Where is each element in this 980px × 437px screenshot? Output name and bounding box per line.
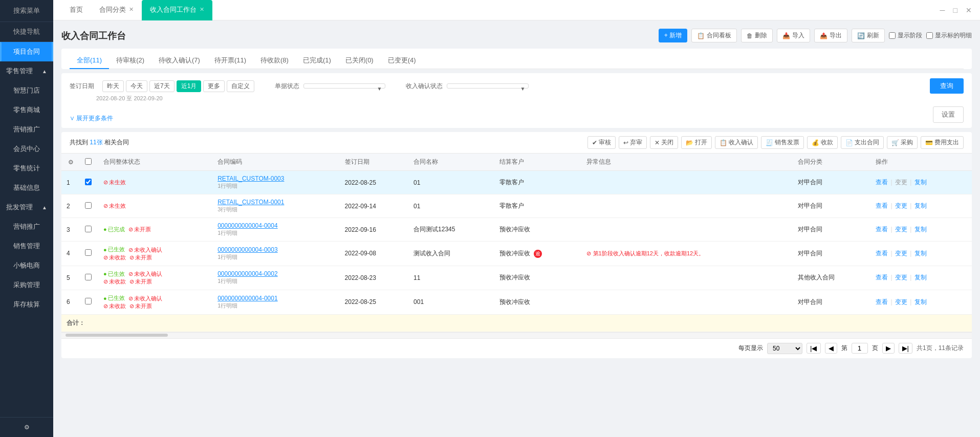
copy-btn[interactable]: 复制 xyxy=(914,202,927,209)
select-all-checkbox[interactable] xyxy=(85,158,92,165)
contract-code-link[interactable]: 0000000000004-0002 xyxy=(217,270,277,277)
show-marks-checkbox[interactable]: 显示标的明细 xyxy=(926,31,972,40)
horizontal-scrollbar[interactable] xyxy=(61,332,972,338)
tab-close-active-icon[interactable]: ✕ xyxy=(200,6,204,13)
contract-code-link[interactable]: 0000000000004-0003 xyxy=(217,246,277,253)
contract-code-link[interactable]: RETAIL_CUSTOM-0003 xyxy=(217,175,284,182)
page-number-input[interactable] xyxy=(852,343,868,354)
view-btn[interactable]: 查看 xyxy=(876,250,888,257)
receipt-btn[interactable]: 💰 收款 xyxy=(807,136,838,149)
sidebar-item-marketing[interactable]: 营销推广 xyxy=(0,120,53,139)
sidebar-item-retail-mgmt[interactable]: 零售管理 ▲ xyxy=(0,61,53,81)
sidebar-item-wholesale-mgmt[interactable]: 批发管理 ▲ xyxy=(0,198,53,217)
doc-status-select[interactable]: ▼ xyxy=(303,83,385,89)
filter-tab-closed[interactable]: 已关闭(0) xyxy=(338,53,381,69)
kanban-button[interactable]: 📋 合同看板 xyxy=(691,29,737,42)
sidebar-item-inventory[interactable]: 库存核算 xyxy=(0,295,53,314)
row-checkbox[interactable] xyxy=(80,266,98,290)
expand-conditions-btn[interactable]: ∨ 展开更多条件 xyxy=(70,114,113,123)
sidebar-item-retail-mall[interactable]: 零售商城 xyxy=(0,100,53,120)
sidebar-search[interactable]: 搜索菜单 xyxy=(0,0,53,22)
income-confirm-btn[interactable]: 📋 收入确认 xyxy=(715,136,758,149)
row-checkbox[interactable] xyxy=(80,171,98,194)
copy-btn[interactable]: 复制 xyxy=(914,274,927,281)
new-button[interactable]: + 新增 xyxy=(659,29,687,42)
sidebar-nav[interactable]: 快捷导航 xyxy=(0,22,53,42)
minimize-btn[interactable]: ─ xyxy=(940,6,945,14)
view-btn[interactable]: 查看 xyxy=(876,274,888,281)
filter-tab-pending-income[interactable]: 待收入确认(7) xyxy=(151,53,207,69)
contract-code-link[interactable]: 0000000000004-0001 xyxy=(217,295,277,302)
change-btn[interactable]: 变更 xyxy=(895,298,907,305)
row-checkbox[interactable] xyxy=(80,194,98,218)
filter-tab-pending-review[interactable]: 待审核(2) xyxy=(109,53,151,69)
import-button[interactable]: 📥 导入 xyxy=(777,29,810,42)
change-btn[interactable]: 变更 xyxy=(895,250,907,257)
contract-code-link[interactable]: RETAIL_CUSTOM-0001 xyxy=(217,199,284,206)
row-checkbox[interactable] xyxy=(80,218,98,242)
date-week7[interactable]: 近7天 xyxy=(149,80,175,92)
change-btn[interactable]: 变更 xyxy=(895,202,907,209)
close-action-btn[interactable]: ✕ 关闭 xyxy=(650,136,678,149)
sidebar-item-smart-store[interactable]: 智慧门店 xyxy=(0,81,53,100)
prev-page-btn[interactable]: ◀ xyxy=(825,343,837,354)
open-action-btn[interactable]: 📂 打开 xyxy=(681,136,712,149)
filter-tab-all[interactable]: 全部(11) xyxy=(70,53,109,69)
tab-close-icon[interactable]: ✕ xyxy=(129,6,134,13)
sidebar-item-purchase[interactable]: 采购管理 xyxy=(0,275,53,295)
next-page-btn[interactable]: ▶ xyxy=(882,343,895,354)
filter-tab-changed[interactable]: 已变更(4) xyxy=(381,53,423,69)
setting-button[interactable]: 设置 xyxy=(933,106,964,123)
sidebar-item-xiaochang[interactable]: 小畅电商 xyxy=(0,256,53,275)
sidebar-item-member[interactable]: 会员中心 xyxy=(0,139,53,159)
sidebar-settings[interactable]: ⚙ xyxy=(0,417,53,437)
change-btn[interactable]: 变更 xyxy=(895,274,907,281)
filter-tab-completed[interactable]: 已完成(1) xyxy=(296,53,338,69)
per-page-select[interactable]: 50 100 200 xyxy=(767,343,802,354)
export-button[interactable]: 📤 导出 xyxy=(814,29,847,42)
tab-contract-category[interactable]: 合同分类 ✕ xyxy=(91,0,142,20)
scrollbar-thumb[interactable] xyxy=(66,334,168,337)
row-checkbox[interactable] xyxy=(80,290,98,315)
show-fields-checkbox[interactable]: 显示阶段 xyxy=(889,31,922,40)
date-custom[interactable]: 自定义 xyxy=(227,80,254,92)
output-contract-btn[interactable]: 📄 支出合同 xyxy=(841,136,884,149)
date-month1[interactable]: 近1月 xyxy=(177,80,202,92)
last-page-btn[interactable]: ▶| xyxy=(899,343,912,354)
view-btn[interactable]: 查看 xyxy=(876,179,888,186)
view-btn[interactable]: 查看 xyxy=(876,202,888,209)
close-btn[interactable]: ✕ xyxy=(966,6,972,14)
tab-income-workbench[interactable]: 收入合同工作台 ✕ xyxy=(142,0,212,20)
abandon-action-btn[interactable]: ↩ 弃审 xyxy=(619,136,647,149)
date-more[interactable]: 更多 xyxy=(203,80,225,92)
row-checkbox[interactable] xyxy=(80,242,98,266)
date-yesterday[interactable]: 昨天 xyxy=(102,80,124,92)
change-btn[interactable]: 变更 xyxy=(895,226,907,233)
purchase-btn[interactable]: 🛒 采购 xyxy=(887,136,918,149)
copy-btn[interactable]: 复制 xyxy=(914,250,927,257)
first-page-btn[interactable]: |◀ xyxy=(807,343,820,354)
contract-code-link[interactable]: 0000000000004-0004 xyxy=(217,222,277,229)
copy-btn[interactable]: 复制 xyxy=(914,298,927,305)
col-settings[interactable]: ⚙ xyxy=(61,154,80,171)
sidebar-item-sales-mgmt[interactable]: 销售管理 xyxy=(0,236,53,256)
copy-btn[interactable]: 复制 xyxy=(914,226,927,233)
sidebar-item-retail-stats[interactable]: 零售统计 xyxy=(0,159,53,178)
delete-button[interactable]: 🗑 删除 xyxy=(741,29,773,42)
income-status-select[interactable]: ▼ xyxy=(447,83,529,89)
view-btn[interactable]: 查看 xyxy=(876,298,888,305)
expense-btn[interactable]: 💳 费用支出 xyxy=(921,136,964,149)
filter-tab-pending-invoice[interactable]: 待开票(11) xyxy=(207,53,253,69)
date-today[interactable]: 今天 xyxy=(126,80,147,92)
review-action-btn[interactable]: ✔ 审核 xyxy=(587,136,616,149)
query-button[interactable]: 查询 xyxy=(930,78,964,94)
copy-btn[interactable]: 复制 xyxy=(914,179,927,186)
sidebar-item-project[interactable]: 项目合同 xyxy=(0,42,53,61)
filter-tab-pending-receipt[interactable]: 待收款(8) xyxy=(253,53,296,69)
view-btn[interactable]: 查看 xyxy=(876,226,888,233)
sales-invoice-btn[interactable]: 🧾 销售发票 xyxy=(761,136,804,149)
sidebar-item-sales-marketing[interactable]: 营销推广 xyxy=(0,217,53,236)
tab-home[interactable]: 首页 xyxy=(61,0,91,20)
refresh-button[interactable]: 🔄 刷新 xyxy=(852,29,885,42)
maximize-btn[interactable]: □ xyxy=(953,6,957,14)
